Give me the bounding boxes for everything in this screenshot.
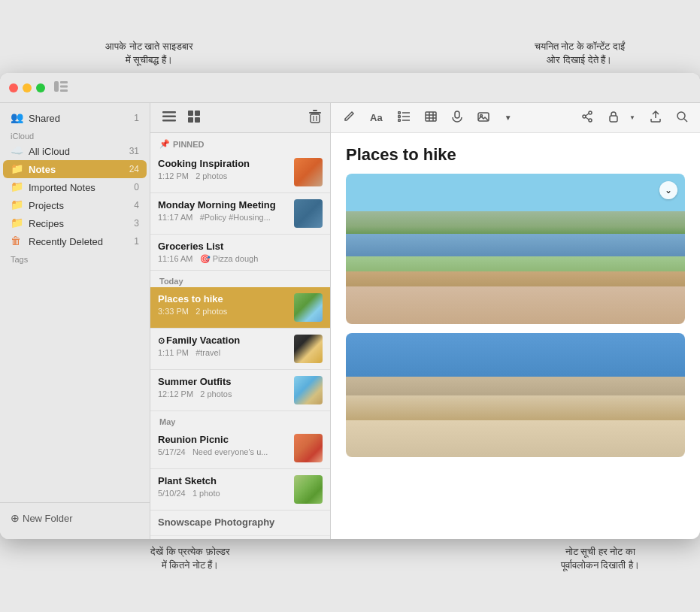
note-photo-2 xyxy=(346,333,685,457)
sidebar-section-icloud: iCloud xyxy=(0,127,150,142)
sidebar-item-recently-deleted[interactable]: 🗑 Recently Deleted 1 xyxy=(3,232,147,250)
sidebar-label-recipes: Recipes xyxy=(29,218,134,229)
sidebar-count-projects: 4 xyxy=(134,200,139,211)
new-folder-label: New Folder xyxy=(23,513,72,524)
sidebar-item-all-icloud[interactable]: ☁️ All iCloud 31 xyxy=(3,142,147,160)
sidebar-count-recipes: 3 xyxy=(134,218,139,229)
sidebar-label-imported-notes: Imported Notes xyxy=(29,182,134,193)
note-text-summer: Summer Outfits 12:12 PM 2 photos xyxy=(158,376,288,398)
note-item-summer[interactable]: Summer Outfits 12:12 PM 2 photos xyxy=(150,370,330,411)
note-meta-summer: 12:12 PM 2 photos xyxy=(158,389,288,398)
plus-icon: ⊕ xyxy=(11,512,20,524)
svg-point-18 xyxy=(398,115,400,117)
projects-icon: 📁 xyxy=(11,198,24,212)
note-item-reunion[interactable]: Reunion Picnic 5/17/24 Need everyone's u… xyxy=(150,428,330,469)
note-meta-plant: 5/10/24 1 photo xyxy=(158,489,288,498)
svg-point-31 xyxy=(589,111,592,114)
sidebar-label-shared: Shared xyxy=(29,113,134,124)
note-meta-places: 3:33 PM 2 photos xyxy=(158,307,288,316)
sidebar-item-shared[interactable]: 👥 Shared 1 xyxy=(3,109,147,127)
annotation-sidebar: आपके नोट खाते साइडबारमें सूचीबद्ध हैं। xyxy=(105,40,193,67)
checklist-icon[interactable] xyxy=(395,110,413,126)
sidebar-label-projects: Projects xyxy=(29,200,134,211)
svg-point-33 xyxy=(589,119,592,122)
sidebar: 👥 Shared 1 iCloud ☁️ All iCloud 31 📁 Not… xyxy=(0,103,150,539)
svg-rect-22 xyxy=(426,112,436,121)
note-meta-cooking: 1:12 PM 2 photos xyxy=(158,171,288,180)
sidebar-toggle-icon[interactable] xyxy=(54,81,68,95)
sidebar-label-notes: Notes xyxy=(29,164,129,175)
notes-folder-icon: 📁 xyxy=(11,162,24,176)
note-thumb-plant xyxy=(294,475,323,504)
notes-list-toolbar xyxy=(150,103,330,133)
note-meta-groceries: 11:16 AM 🎯 Pizza dough xyxy=(158,254,323,264)
svg-rect-10 xyxy=(195,117,200,123)
sidebar-item-notes[interactable]: 📁 Notes 24 xyxy=(3,160,147,178)
lock-icon[interactable] xyxy=(605,109,622,127)
close-button[interactable] xyxy=(9,83,18,92)
note-thumb-vacation xyxy=(294,335,323,363)
grid-view-button[interactable] xyxy=(185,109,203,127)
note-item-places[interactable]: Places to hike 3:33 PM 2 photos xyxy=(150,287,330,329)
table-icon[interactable] xyxy=(422,110,440,126)
note-title-meeting: Monday Morning Meeting xyxy=(158,199,288,212)
minimize-button[interactable] xyxy=(23,83,32,92)
note-text-vacation: ⊙Family Vacation 1:11 PM #travel xyxy=(158,335,288,357)
note-meta-reunion: 5/17/24 Need everyone's u... xyxy=(158,447,288,456)
may-section-label: May xyxy=(150,411,330,428)
search-icon[interactable] xyxy=(673,109,691,127)
notes-scroll-area[interactable]: 📌 Pinned Cooking Inspiration 1:12 PM 2 p… xyxy=(150,133,330,539)
svg-rect-8 xyxy=(195,111,200,116)
annotations-top: आपके नोट खाते साइडबारमें सूचीबद्ध हैं। च… xyxy=(0,40,700,73)
sidebar-item-recipes[interactable]: 📁 Recipes 3 xyxy=(3,214,147,232)
note-item-plant[interactable]: Plant Sketch 5/10/24 1 photo xyxy=(150,469,330,511)
today-section-label: Today xyxy=(150,271,330,287)
note-detail-title: Places to hike xyxy=(346,145,685,165)
sidebar-count-notes: 24 xyxy=(129,164,139,174)
svg-rect-36 xyxy=(610,116,617,122)
title-bar xyxy=(0,73,700,103)
audio-icon[interactable] xyxy=(449,109,465,127)
note-item-groceries[interactable]: Groceries List 11:16 AM 🎯 Pizza dough xyxy=(150,235,330,271)
sidebar-item-projects[interactable]: 📁 Projects 4 xyxy=(3,196,147,214)
svg-point-20 xyxy=(398,119,400,121)
note-item-vacation[interactable]: ⊙Family Vacation 1:11 PM #travel xyxy=(150,329,330,370)
chevron-down-toolbar-icon[interactable]: ▼ xyxy=(502,112,515,123)
export-icon[interactable] xyxy=(647,109,664,127)
shared-icon: 👥 xyxy=(11,111,24,125)
photo-icon[interactable] xyxy=(474,110,492,126)
app-window: 👥 Shared 1 iCloud ☁️ All iCloud 31 📁 Not… xyxy=(0,73,700,539)
share-link-icon[interactable] xyxy=(578,109,596,127)
annotations-bottom: देखें कि प्रत्येक फ़ोल्डरमें कितने नोट ह… xyxy=(0,539,700,572)
photo-expand-button[interactable]: ⌄ xyxy=(659,181,677,199)
delete-note-button[interactable] xyxy=(309,110,321,126)
note-meta-meeting: 11:17 AM #Policy #Housing... xyxy=(158,213,288,222)
note-item-snowscape[interactable]: Snowscape Photography xyxy=(150,511,330,536)
svg-rect-27 xyxy=(455,111,459,118)
new-folder-button[interactable]: ⊕ New Folder xyxy=(6,509,144,527)
list-view-button[interactable] xyxy=(159,110,179,126)
note-item-cooking[interactable]: Cooking Inspiration 1:12 PM 2 photos xyxy=(150,152,330,193)
note-title-summer: Summer Outfits xyxy=(158,376,288,389)
maximize-button[interactable] xyxy=(36,83,45,92)
note-item-meeting[interactable]: Monday Morning Meeting 11:17 AM #Policy … xyxy=(150,193,330,235)
shared-indicator: ⊙ xyxy=(158,336,165,345)
pin-icon: 📌 xyxy=(159,139,170,149)
note-thumb-meeting xyxy=(294,199,323,228)
svg-rect-2 xyxy=(60,85,68,87)
chevron-down-lock[interactable]: ▼ xyxy=(626,113,638,123)
note-detail-content[interactable]: Places to hike ⌄ xyxy=(331,133,700,539)
note-text-reunion: Reunion Picnic 5/17/24 Need everyone's u… xyxy=(158,434,288,456)
pinned-label: Pinned xyxy=(173,140,205,149)
note-title-places: Places to hike xyxy=(158,293,288,306)
note-detail-toolbar: Aa xyxy=(331,103,700,133)
note-text-snowscape: Snowscape Photography xyxy=(158,517,323,529)
font-size-icon[interactable]: Aa xyxy=(367,111,386,125)
svg-rect-13 xyxy=(311,114,320,123)
svg-rect-1 xyxy=(60,81,68,83)
sidebar-item-imported-notes[interactable]: 📁 Imported Notes 0 xyxy=(3,178,147,196)
imported-notes-icon: 📁 xyxy=(11,180,24,194)
svg-point-16 xyxy=(398,111,400,114)
svg-line-38 xyxy=(684,119,687,122)
compose-icon[interactable] xyxy=(340,109,358,127)
